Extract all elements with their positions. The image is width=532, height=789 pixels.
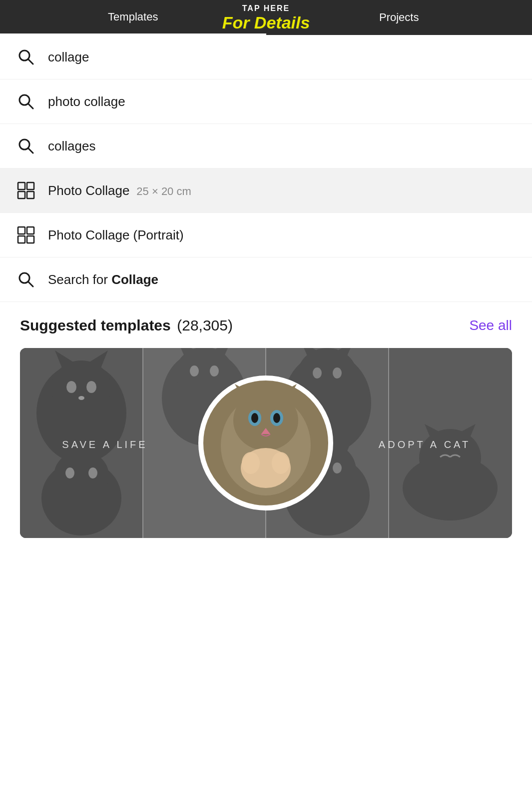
svg-point-49	[333, 462, 342, 474]
top-navigation: Templates Projects TAP HERE For Details	[0, 0, 532, 35]
search-icon-search-for	[15, 268, 37, 290]
svg-point-65	[251, 413, 258, 423]
template-image-area: SAVE A LIFE ADOPT A CAT	[20, 348, 512, 538]
svg-rect-8	[18, 192, 25, 198]
svg-point-29	[88, 468, 97, 478]
svg-point-23	[78, 396, 84, 400]
svg-point-18	[51, 360, 111, 416]
svg-point-70	[272, 452, 290, 474]
cat-collage-svg: SAVE A LIFE ADOPT A CAT	[20, 348, 512, 538]
suggestion-collage[interactable]: collage	[0, 35, 532, 80]
svg-line-15	[28, 282, 33, 287]
templates-title-group: Suggested templates (28,305)	[20, 317, 233, 334]
svg-point-28	[65, 468, 74, 478]
suggestion-photo-collage-template-text: Photo Collage25 × 20 cm	[48, 183, 191, 198]
svg-rect-10	[18, 227, 25, 234]
svg-point-21	[66, 381, 76, 393]
svg-line-5	[28, 148, 33, 154]
svg-rect-11	[27, 227, 34, 234]
suggestion-size: 25 × 20 cm	[136, 185, 191, 198]
templates-count: (28,305)	[177, 317, 233, 334]
template-card-cat[interactable]: SAVE A LIFE ADOPT A CAT	[20, 348, 512, 538]
suggestion-photo-collage-template[interactable]: Photo Collage25 × 20 cm	[0, 168, 532, 213]
svg-point-35	[190, 366, 199, 376]
suggestion-search-for-text: Search for Collage	[48, 272, 158, 288]
suggestion-collages-text: collages	[48, 138, 95, 154]
svg-point-42	[313, 368, 322, 378]
search-icon-collages	[15, 135, 37, 157]
search-icon-collage	[15, 46, 37, 68]
svg-rect-13	[27, 236, 34, 243]
svg-point-52	[419, 429, 481, 487]
svg-rect-12	[18, 236, 25, 243]
suggestion-photo-collage[interactable]: photo collage	[0, 80, 532, 124]
see-all-link[interactable]: See all	[469, 318, 512, 334]
svg-point-22	[86, 381, 96, 393]
svg-line-1	[28, 60, 33, 64]
suggestion-search-for-collage[interactable]: Search for Collage	[0, 258, 532, 302]
svg-text:SAVE A LIFE: SAVE A LIFE	[62, 439, 147, 450]
tab-templates[interactable]: Templates	[0, 0, 266, 35]
svg-point-25	[54, 450, 109, 500]
grid-icon-portrait	[15, 224, 37, 246]
templates-section: Suggested templates (28,305) See all	[0, 302, 532, 548]
svg-point-36	[210, 366, 219, 376]
templates-title: Suggested templates	[20, 317, 171, 334]
svg-point-66	[273, 413, 280, 423]
suggestion-photo-collage-portrait[interactable]: Photo Collage (Portrait)	[0, 213, 532, 258]
grid-icon-photo-collage	[15, 180, 37, 202]
svg-rect-7	[27, 182, 34, 190]
svg-line-3	[28, 104, 33, 109]
svg-rect-6	[18, 182, 25, 190]
suggestion-collages[interactable]: collages	[0, 124, 532, 168]
suggestion-portrait-text: Photo Collage (Portrait)	[48, 228, 184, 243]
svg-point-43	[333, 368, 342, 378]
tab-projects[interactable]: Projects	[266, 0, 532, 35]
search-icon-photo-collage	[15, 90, 37, 112]
suggestions-list: collage photo collage collages	[0, 35, 532, 302]
suggestion-photo-collage-text: photo collage	[48, 94, 125, 110]
svg-text:ADOPT A CAT: ADOPT A CAT	[379, 439, 471, 450]
suggestion-collage-text: collage	[48, 50, 89, 65]
svg-point-69	[242, 452, 260, 474]
templates-header: Suggested templates (28,305) See all	[20, 317, 512, 334]
svg-rect-9	[27, 192, 34, 198]
